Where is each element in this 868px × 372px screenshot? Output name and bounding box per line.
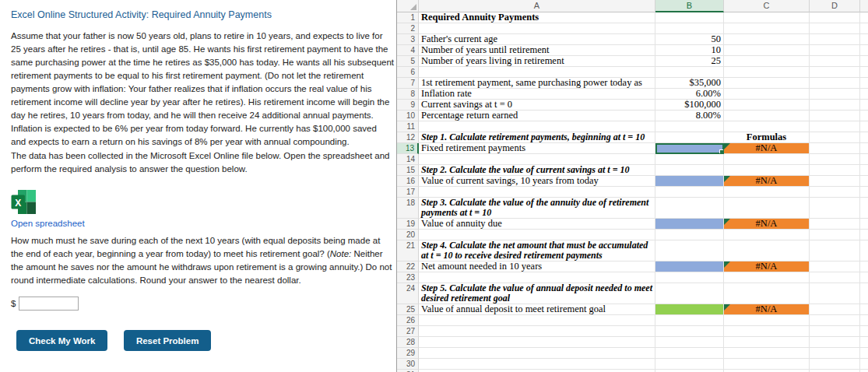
row-header-13[interactable]: 13 [397, 143, 419, 154]
cell-B19[interactable] [655, 219, 724, 230]
row-header-27[interactable]: 27 [397, 326, 419, 337]
cell-D28[interactable] [810, 337, 860, 348]
cell-C21[interactable] [724, 240, 810, 261]
cell-A7[interactable]: 1st retirement payment, same purchasing … [419, 78, 655, 89]
cell-A8[interactable]: Inflation rate [419, 89, 655, 100]
row-header-29[interactable]: 29 [397, 348, 419, 359]
row-header-19[interactable]: 19 [397, 219, 419, 230]
cell-A1[interactable]: Required Annuity Payments [419, 12, 655, 23]
row-header-21[interactable]: 21 [397, 240, 419, 261]
cell-B13[interactable] [655, 143, 724, 154]
cell-A6[interactable] [419, 67, 655, 78]
row-header-28[interactable]: 28 [397, 337, 419, 348]
cell-B17[interactable] [655, 187, 724, 198]
cell-D9[interactable] [810, 100, 860, 111]
cell-B26[interactable] [655, 315, 724, 326]
cell-D11[interactable] [810, 121, 860, 132]
cell-A27[interactable] [419, 326, 655, 337]
cell-A23[interactable] [419, 272, 655, 283]
cell-A3[interactable]: Father's current age [419, 34, 655, 45]
cell-A29[interactable] [419, 348, 655, 359]
answer-input[interactable] [19, 297, 79, 311]
cell-B14[interactable] [655, 154, 724, 165]
cell-B22[interactable] [655, 261, 724, 272]
cell-B8[interactable]: 6.00% [655, 89, 724, 100]
cell-D1[interactable] [810, 12, 860, 23]
row-header-16[interactable]: 16 [397, 176, 419, 187]
cell-A19[interactable]: Value of annuity due [419, 219, 655, 230]
cell-D17[interactable] [810, 187, 860, 198]
row-header-24[interactable]: 24 [397, 283, 419, 304]
cell-C27[interactable] [724, 326, 810, 337]
row-header-4[interactable]: 4 [397, 45, 419, 56]
cell-B4[interactable]: 10 [655, 45, 724, 56]
cell-B2[interactable] [655, 23, 724, 34]
cell-C1[interactable] [724, 12, 810, 23]
cell-C20[interactable] [724, 230, 810, 240]
cell-D23[interactable] [810, 272, 860, 283]
cell-B5[interactable]: 25 [655, 56, 724, 67]
row-header-14[interactable]: 14 [397, 154, 419, 165]
row-header-10[interactable]: 10 [397, 111, 419, 121]
cell-B7[interactable]: $35,000 [655, 78, 724, 89]
row-header-9[interactable]: 9 [397, 100, 419, 111]
check-my-work-button[interactable]: Check My Work [16, 330, 107, 351]
cell-A22[interactable]: Net amount needed in 10 years [419, 261, 655, 272]
cell-C23[interactable] [724, 272, 810, 283]
cell-A30[interactable] [419, 359, 655, 370]
cell-B21[interactable] [655, 240, 724, 261]
cell-C24[interactable] [724, 283, 810, 304]
cell-B18[interactable] [655, 198, 724, 219]
cell-A26[interactable] [419, 315, 655, 326]
cell-D20[interactable] [810, 230, 860, 240]
cell-B29[interactable] [655, 348, 724, 359]
reset-problem-button[interactable]: Reset Problem [124, 330, 212, 351]
row-header-22[interactable]: 22 [397, 261, 419, 272]
cell-C28[interactable] [724, 337, 810, 348]
cell-A13[interactable]: Fixed retirement payments [419, 143, 655, 154]
col-header-C[interactable]: C [724, 0, 810, 12]
cell-C15[interactable] [724, 165, 810, 176]
cell-C9[interactable] [724, 100, 810, 111]
cell-C18[interactable] [724, 198, 810, 219]
cell-D22[interactable] [810, 261, 860, 272]
cell-A28[interactable] [419, 337, 655, 348]
cell-C29[interactable] [724, 348, 810, 359]
cell-A20[interactable] [419, 230, 655, 240]
cell-D19[interactable] [810, 219, 860, 230]
row-header-5[interactable]: 5 [397, 56, 419, 67]
col-header-B[interactable]: B [655, 0, 724, 12]
cell-D13[interactable] [810, 143, 860, 154]
cell-D3[interactable] [810, 34, 860, 45]
cell-A11[interactable] [419, 121, 655, 132]
row-header-1[interactable]: 1 [397, 12, 419, 23]
cell-B20[interactable] [655, 230, 724, 240]
cell-B9[interactable]: $100,000 [655, 100, 724, 111]
cell-D5[interactable] [810, 56, 860, 67]
cell-C30[interactable] [724, 359, 810, 370]
cell-C2[interactable] [724, 23, 810, 34]
cell-C6[interactable] [724, 67, 810, 78]
cell-D4[interactable] [810, 45, 860, 56]
cell-D8[interactable] [810, 89, 860, 100]
cell-B23[interactable] [655, 272, 724, 283]
row-header-3[interactable]: 3 [397, 34, 419, 45]
cell-D25[interactable] [810, 304, 860, 315]
cell-C13[interactable]: #N/A [724, 143, 810, 154]
row-header-6[interactable]: 6 [397, 67, 419, 78]
col-header-D[interactable]: D [810, 0, 860, 12]
cell-A12[interactable]: Step 1. Calculate retirement payments, b… [419, 132, 655, 143]
cell-B10[interactable]: 8.00% [655, 111, 724, 121]
cell-D18[interactable] [810, 198, 860, 219]
cell-C26[interactable] [724, 315, 810, 326]
cell-A25[interactable]: Value of annual deposit to meet retireme… [419, 304, 655, 315]
cell-B11[interactable] [655, 121, 724, 132]
cell-D12[interactable] [810, 132, 860, 143]
cell-B6[interactable] [655, 67, 724, 78]
cell-D6[interactable] [810, 67, 860, 78]
cell-C10[interactable] [724, 111, 810, 121]
cell-C3[interactable] [724, 34, 810, 45]
cell-D24[interactable] [810, 283, 860, 304]
cell-D21[interactable] [810, 240, 860, 261]
cell-C25[interactable]: #N/A [724, 304, 810, 315]
